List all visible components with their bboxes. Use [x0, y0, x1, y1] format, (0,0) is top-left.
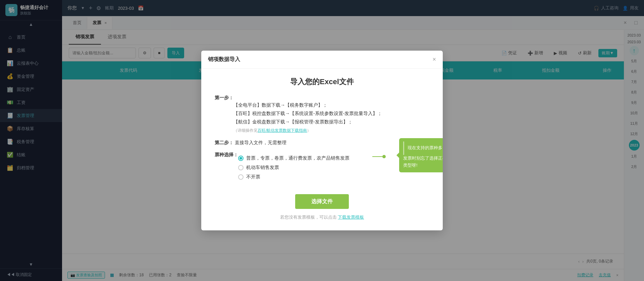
select-file-button[interactable]: 选择文件: [295, 194, 349, 209]
tooltip-line: [372, 156, 382, 157]
step1-note: （详细操作见百旺/航信发票数据下载指南）: [233, 126, 429, 134]
tooltip-dot: [382, 155, 386, 158]
tooltip-bar: [403, 142, 404, 155]
step1-line1: 【全电平台】数据下载→【税务数字账户】；: [233, 101, 429, 109]
step1-block: 第一步： 【全电平台】数据下载→【税务数字账户】； 【百旺】税控盘数据下载→【系…: [215, 95, 429, 135]
radio-label: 票种选择：: [215, 152, 238, 158]
modal-footer-note: 若您没有发票模板，可以点击 下载发票模板: [215, 214, 429, 220]
radio-section: 票种选择： 普票，专票，卷票，通行费发票，农产品销售发票: [215, 151, 429, 187]
step2-label: 第二步：: [215, 140, 233, 145]
download-template-link[interactable]: 下载发票模板: [338, 215, 364, 220]
modal-close-button[interactable]: ×: [432, 56, 436, 63]
modal-main-title: 导入您的Excel文件: [215, 77, 429, 87]
radio-normal-circle: [238, 156, 244, 161]
radio-row: 票种选择： 普票，专票，卷票，通行费发票，农产品销售发票: [215, 151, 429, 187]
step1-line3: 【航信】金税盘数据下载→【报税管理-发票数据导出】；: [233, 118, 429, 126]
radio-no-ticket[interactable]: 不开票: [238, 174, 352, 180]
modal-header: 销项数据导入 ×: [201, 51, 443, 69]
modal-overlay: 销项数据导入 × 导入您的Excel文件 第一步： 【全电平台】数据下载→【税务…: [0, 0, 644, 281]
tooltip-connector: 现在支持的票种多了，导入发票时别忘了选择正确的发票类型呀! ×: [372, 155, 386, 158]
step1-label: 第一步：: [215, 95, 233, 100]
step1-line2: 【百旺】税控盘数据下载→【系统设置-系统参数设置-发票批量导入】；: [233, 109, 429, 118]
radio-vehicle-circle: [238, 165, 244, 170]
radio-normal-invoice[interactable]: 普票，专票，卷票，通行费发票，农产品销售发票 现在支持的票种多了，导入发票时别忘…: [238, 155, 352, 161]
modal-title: 销项数据导入: [208, 56, 240, 63]
radio-normal-dot: [239, 157, 242, 160]
step2-block: 第二步： 直接导入文件，无需整理: [215, 140, 429, 146]
radio-no-ticket-circle: [238, 174, 244, 180]
radio-group: 普票，专票，卷票，通行费发票，农产品销售发票 现在支持的票种多了，导入发票时别忘…: [238, 155, 352, 183]
step1-lines: 【全电平台】数据下载→【税务数字账户】； 【百旺】税控盘数据下载→【系统设置-系…: [233, 101, 429, 135]
step1-guide-link[interactable]: 百旺/航信发票数据下载指南: [258, 128, 307, 133]
modal-body: 导入您的Excel文件 第一步： 【全电平台】数据下载→【税务数字账户】； 【百…: [201, 69, 443, 231]
import-modal: 销项数据导入 × 导入您的Excel文件 第一步： 【全电平台】数据下载→【税务…: [201, 51, 443, 231]
tooltip-box: 现在支持的票种多了，导入发票时别忘了选择正确的发票类型呀! ×: [399, 138, 443, 172]
step2-content: 直接导入文件，无需整理: [235, 140, 286, 145]
radio-vehicle-invoice[interactable]: 机动车销售发票: [238, 165, 352, 171]
